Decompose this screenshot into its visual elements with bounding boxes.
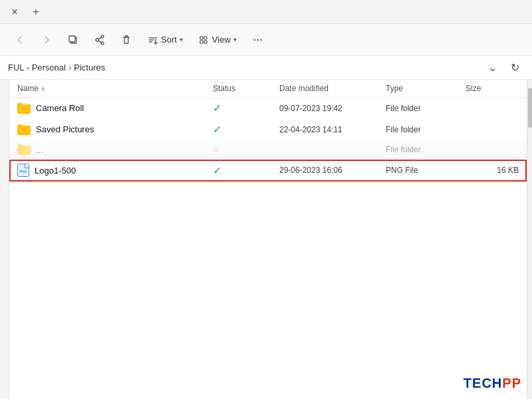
file-type-cell: File folder — [386, 145, 466, 154]
folder-icon — [17, 144, 31, 155]
file-name: Saved Pictures — [36, 124, 94, 134]
file-date-cell: 29-06-2023 16:06 — [279, 166, 386, 175]
file-name-cell: PNG Logo1-500 — [17, 164, 213, 177]
more-options-button[interactable]: ··· — [246, 28, 270, 52]
file-name-cell: Camera Roll — [17, 103, 213, 114]
table-row[interactable]: Saved Pictures ✓ 22-04-2023 14:11 File f… — [9, 119, 527, 140]
file-type-cell: PNG File — [386, 166, 466, 175]
sort-button[interactable]: Sort ▾ — [141, 28, 190, 52]
file-name: Camera Roll — [36, 103, 84, 113]
nav-forward-button[interactable] — [35, 28, 59, 52]
svg-rect-1 — [69, 36, 75, 42]
column-headers: Name ∧ Status Date modified Type Size — [9, 80, 527, 98]
col-header-date[interactable]: Date modified — [279, 84, 386, 93]
file-status-cell: ✓ — [213, 123, 279, 136]
title-bar: ✕ + — [0, 0, 532, 24]
view-chevron-icon: ▾ — [233, 36, 237, 43]
file-status-cell: ○ — [213, 144, 279, 155]
svg-rect-13 — [200, 37, 203, 39]
col-header-type[interactable]: Type — [386, 84, 466, 93]
file-type-cell: File folder — [386, 104, 466, 113]
folder-icon — [17, 124, 31, 135]
tab-close-button[interactable]: ✕ — [5, 3, 24, 21]
svg-line-5 — [98, 37, 101, 39]
breadcrumb-dropdown-button[interactable]: ⌄ — [483, 59, 501, 77]
copy-button[interactable] — [61, 28, 85, 52]
status-badge: ✓ — [213, 124, 221, 135]
sidebar-strip — [0, 80, 9, 399]
file-list: Name ∧ Status Date modified Type Size — [9, 80, 527, 399]
breadcrumb-prefix[interactable]: FUL - Personal — [8, 63, 66, 72]
view-button[interactable]: View ▾ — [192, 28, 243, 52]
scrollbar[interactable] — [527, 80, 532, 399]
svg-rect-14 — [200, 41, 203, 43]
breadcrumb-current[interactable]: Pictures — [74, 63, 105, 72]
file-name-cell: ... — [17, 144, 213, 155]
status-badge: ✓ — [213, 102, 221, 114]
file-name: Logo1-500 — [35, 166, 76, 176]
nav-back-button[interactable] — [8, 28, 32, 52]
breadcrumb-actions: ⌄ ↻ — [483, 59, 524, 77]
new-tab-button[interactable]: + — [27, 3, 45, 21]
view-label: View — [212, 35, 231, 45]
file-type-cell: File folder — [386, 125, 466, 134]
table-row[interactable]: PNG Logo1-500 ✓ 29-06-2023 16:06 PNG Fil… — [9, 160, 527, 182]
file-date-cell: 22-04-2023 14:11 — [279, 125, 386, 134]
sort-label: Sort — [161, 35, 177, 45]
refresh-button[interactable]: ↻ — [505, 59, 524, 77]
svg-rect-16 — [204, 41, 207, 43]
watermark: TECHPP — [464, 376, 521, 391]
file-date-cell: 09-07-2023 19:42 — [279, 104, 386, 113]
png-file-icon: PNG — [17, 164, 29, 177]
table-row[interactable]: ... ○ File folder — [9, 140, 527, 160]
breadcrumb-bar: FUL - Personal › Pictures ⌄ ↻ — [0, 56, 532, 80]
svg-point-3 — [96, 39, 98, 41]
file-name: ... — [36, 145, 43, 155]
folder-icon — [17, 103, 31, 114]
col-header-status[interactable]: Status — [213, 84, 279, 93]
file-name-cell: Saved Pictures — [17, 124, 213, 135]
svg-point-2 — [101, 35, 104, 38]
file-rows-container: Camera Roll ✓ 09-07-2023 19:42 File fold… — [9, 98, 527, 182]
svg-point-4 — [101, 42, 104, 45]
file-status-cell: ✓ — [213, 102, 279, 114]
content-area: Name ∧ Status Date modified Type Size — [0, 80, 532, 399]
delete-button[interactable] — [114, 28, 138, 52]
status-badge: ✓ — [213, 165, 221, 176]
watermark-tech: TECH — [464, 376, 502, 390]
file-status-cell: ✓ — [213, 164, 279, 177]
toolbar: Sort ▾ View ▾ ··· — [0, 24, 532, 56]
watermark-pp: PP — [502, 376, 521, 390]
breadcrumb: FUL - Personal › Pictures — [8, 63, 105, 72]
share-button[interactable] — [88, 28, 112, 52]
sort-chevron-icon: ▾ — [180, 36, 183, 43]
breadcrumb-separator: › — [68, 63, 71, 72]
svg-line-6 — [98, 41, 101, 43]
status-badge: ○ — [213, 144, 218, 155]
scrollbar-thumb[interactable] — [528, 88, 532, 128]
svg-rect-15 — [204, 37, 207, 39]
svg-rect-7 — [124, 37, 128, 43]
file-size-cell: 16 KB — [466, 166, 519, 175]
table-row[interactable]: Camera Roll ✓ 09-07-2023 19:42 File fold… — [9, 98, 527, 119]
name-sort-indicator: ∧ — [41, 85, 45, 92]
col-header-name[interactable]: Name ∧ — [17, 84, 213, 93]
col-header-size[interactable]: Size — [466, 84, 519, 93]
